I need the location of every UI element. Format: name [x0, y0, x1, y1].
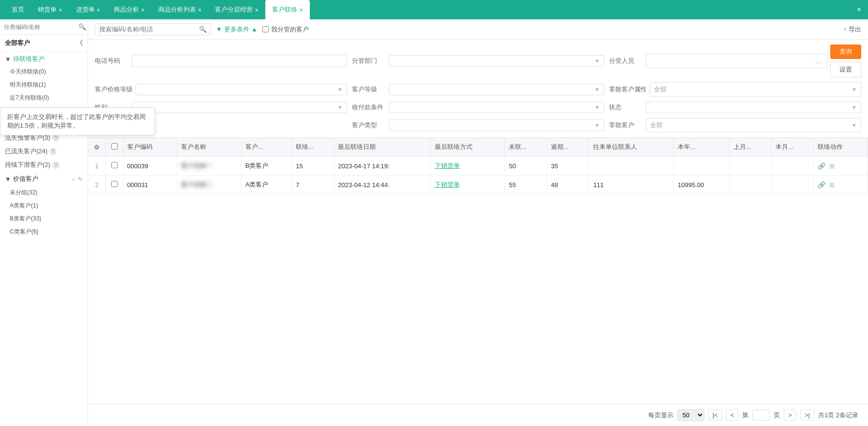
row2-overdue: 48 — [547, 176, 589, 194]
sidebar-item-c-class[interactable]: C类客户(6) — [0, 225, 88, 238]
nav-sales[interactable]: 销货单 × — [31, 0, 69, 19]
col-contact-num: 联络... — [292, 138, 334, 157]
filter-dept: 分管部门 ▼ — [352, 44, 604, 77]
sidebar-item-declining[interactable]: 持续下滑客户(2) ? — [0, 158, 88, 172]
filter-price-level-select[interactable]: ▼ — [136, 84, 347, 95]
col-this-month: 本月... — [772, 138, 814, 157]
filter-phone-label: 电话号码 — [95, 57, 129, 65]
row2-contact-num: 7 — [292, 176, 334, 194]
nav-analysis-list[interactable]: 商品分析列表 × — [152, 0, 209, 19]
filter-manager-dots[interactable]: ... — [815, 57, 823, 65]
per-page-select[interactable]: 50 100 — [677, 409, 704, 421]
filter-retail-customer: 零散客户 全部 ▼ — [609, 118, 861, 132]
filter-status-label: 状态 — [609, 103, 643, 112]
row2-checkbox[interactable] — [106, 176, 123, 194]
row1-year-amount — [674, 157, 730, 176]
row2-method-link[interactable]: 下销货单 — [435, 181, 460, 188]
declining-help-icon[interactable]: ? — [52, 162, 60, 169]
row1-unlisted: 50 — [505, 157, 547, 176]
sidebar-item-lost[interactable]: 已流失客户(24) ? — [0, 145, 88, 158]
sidebar-value-customer-group[interactable]: ▼ 价值客户 ○ ✎ — [0, 172, 88, 186]
row2-name: 客户名称二 — [177, 176, 242, 194]
chevron-down-icon-2: ▼ — [337, 87, 343, 92]
lost-help-icon[interactable]: ? — [49, 148, 57, 155]
filter-gender-select[interactable]: ▼ — [132, 102, 347, 113]
my-customers-check[interactable] — [262, 26, 269, 32]
col-contact-person: 往来单位联系人 — [589, 138, 674, 157]
filter-phone-input[interactable] — [132, 55, 347, 67]
filter-customer-level-select[interactable]: ▼ — [389, 84, 604, 95]
chevron-down-icon-5: ▼ — [337, 104, 343, 110]
nav-analysis[interactable]: 商品分析 × — [107, 0, 152, 19]
col-unlisted: 未联... — [505, 138, 547, 157]
settings-button[interactable]: 设置 — [830, 62, 861, 77]
row2-contact-person: 111 — [589, 176, 674, 194]
row2-grid-icon[interactable]: ⊞ — [829, 181, 835, 189]
row1-last-date: 2023-04-17 14:19: — [334, 157, 430, 176]
sidebar-pending-contact-section[interactable]: ▼ 待联络客户 — [0, 52, 88, 65]
sidebar-search-input[interactable] — [4, 24, 76, 30]
search-icon[interactable]: 🔍 — [199, 26, 207, 33]
nav-customer-contact[interactable]: 客户联络 × — [265, 0, 310, 19]
sidebar-search-area: 🔍 — [0, 19, 88, 35]
sidebar-item-ungrouped[interactable]: 未分组(32) — [0, 186, 88, 199]
prev-page-button[interactable]: < — [726, 410, 739, 421]
query-button[interactable]: 查询 — [830, 44, 861, 59]
page-unit: 页 — [774, 411, 780, 420]
nav-home[interactable]: 首页 — [5, 0, 31, 19]
filter-icon: ▼ — [216, 26, 222, 33]
sidebar: 🔍 全部客户 《 ▼ 待联络客户 今天待联络(0) 明天待联络(1) 近7天待联… — [0, 19, 88, 426]
row2-link-icon[interactable]: 🔗 — [818, 181, 825, 189]
row1-actions: 🔗 ⊞ — [814, 157, 868, 176]
last-page-button[interactable]: >| — [800, 410, 814, 421]
sidebar-item-today[interactable]: 今天待联络(0) — [0, 65, 88, 78]
sidebar-content: 全部客户 《 ▼ 待联络客户 今天待联络(0) 明天待联络(1) 近7天待联络(… — [0, 35, 88, 426]
row1-checkbox[interactable] — [106, 157, 123, 176]
per-page-label: 每页显示 — [648, 411, 673, 420]
chevron-down-icon-8: ▼ — [594, 122, 600, 128]
sidebar-item-b-class[interactable]: B类客户(33) — [0, 212, 88, 225]
search-box: 🔍 — [95, 23, 211, 35]
total-records: 共1页 2条记录 — [818, 411, 858, 420]
filter-status-select[interactable]: ▼ — [646, 102, 861, 113]
col-settings[interactable]: ⚙ — [88, 138, 106, 157]
filter-dept-select[interactable]: ▼ — [389, 55, 604, 67]
row1-grid-icon[interactable]: ⊞ — [829, 162, 835, 170]
chevron-down-icon: ▼ — [594, 58, 600, 64]
sidebar-item-tomorrow[interactable]: 明天待联络(1) — [0, 78, 88, 91]
col-year-amount: 本年... — [674, 138, 730, 157]
more-conditions-button[interactable]: ▼ 更多条件 ▲ — [216, 25, 258, 34]
sidebar-search-icon[interactable]: 🔍 — [78, 23, 86, 30]
row1-link-icon[interactable]: 🔗 — [818, 162, 825, 170]
col-last-contact-method: 最后联络方式 — [430, 138, 505, 157]
sidebar-collapse-icons[interactable]: 《 — [76, 39, 83, 47]
window-close-button[interactable]: × — [857, 5, 861, 14]
nav-purchase[interactable]: 进货单 × — [69, 0, 107, 19]
filter-customer-type-select[interactable]: ▼ — [389, 119, 604, 131]
nav-customer-tier[interactable]: 客户分层经营 × — [208, 0, 265, 19]
value-customer-edit-icons[interactable]: ○ ✎ — [72, 176, 83, 183]
page-number-input[interactable]: 1 — [752, 410, 770, 421]
my-customers-checkbox[interactable]: 我分管的客户 — [262, 25, 309, 34]
filter-retail-customer-select[interactable]: 全部 ▼ — [646, 118, 861, 132]
select-all-checkbox[interactable] — [111, 143, 118, 149]
sidebar-item-a-class[interactable]: A类客户(1) — [0, 199, 88, 212]
row2-this-month — [772, 176, 814, 194]
filter-manager-label: 分管人员 — [609, 57, 643, 65]
row1-method-link[interactable]: 下销货单 — [435, 162, 460, 169]
filter-payment-select[interactable]: ▼ — [389, 102, 604, 113]
row1-contact-person — [589, 157, 674, 176]
first-page-button[interactable]: |< — [708, 410, 722, 421]
filter-manager-select[interactable]: ... — [646, 54, 827, 68]
export-button[interactable]: ↑ 导出 — [844, 25, 862, 34]
filter-retail-attr-select[interactable]: 全部 ▼ — [650, 82, 861, 97]
customer-table: ⚙ 客户编码 客户名称 客户... 联络... 最后联络日期 最后联络方式 未联… — [88, 138, 868, 194]
filter-customer-type: 客户类型 ▼ — [352, 118, 604, 132]
filter-retail-customer-label: 零散客户 — [609, 121, 643, 130]
edit-icon[interactable]: ✎ — [77, 176, 83, 183]
col-actions: 联络动作 — [814, 138, 868, 157]
search-input[interactable] — [99, 26, 196, 33]
sidebar-item-7days[interactable]: 近7天待联络(0) — [0, 91, 88, 104]
chevron-down-icon-6: ▼ — [594, 104, 600, 110]
next-page-button[interactable]: > — [784, 410, 796, 421]
